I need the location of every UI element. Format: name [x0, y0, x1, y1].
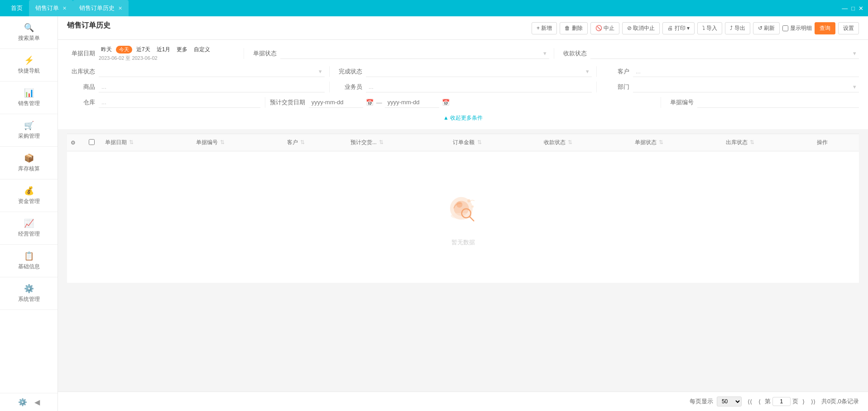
- prev-page-button[interactable]: ⟨: [756, 397, 763, 406]
- tab-sales-order[interactable]: 销售订单 ✕: [29, 0, 73, 16]
- amount-col-header[interactable]: 订单金额 ⇅: [449, 134, 540, 151]
- divider: [554, 48, 554, 59]
- product-dots: ...: [101, 83, 106, 90]
- warehouse-status-select[interactable]: ▾: [99, 66, 325, 77]
- filter-department: 部门 ▾: [601, 82, 859, 92]
- doc-status-sort-icon: ⇅: [659, 139, 663, 145]
- last-page-button[interactable]: ⟩⟩: [809, 397, 818, 406]
- expected-date-col-header[interactable]: 预计交货... ⇅: [347, 134, 449, 151]
- empty-icon: [441, 188, 486, 233]
- doc-status-col-header[interactable]: 单据状态 ⇅: [631, 134, 722, 151]
- new-button[interactable]: + 新增: [532, 22, 557, 34]
- settings-button[interactable]: 设置: [838, 22, 859, 34]
- doc-status-select[interactable]: ▾: [280, 48, 549, 59]
- per-page-label: 每页显示: [690, 397, 713, 406]
- warehouse-status-label: 出库状态: [67, 68, 99, 76]
- date-btn-yesterday[interactable]: 昨天: [99, 45, 114, 54]
- date-col-header[interactable]: 单据日期 ⇅: [101, 134, 192, 151]
- complete-status-select[interactable]: ▾: [366, 66, 592, 77]
- sidebar: 🔍 搜索菜单 ⚡ 快捷导航 📊 销售管理 🛒 采购管理 📦 库存核算 💰 资金管…: [0, 16, 58, 411]
- table-header-row: ⚙ 单据日期 ⇅ 单据编号 ⇅ 客户 ⇅: [67, 134, 859, 151]
- customer-label: 客户: [601, 68, 633, 76]
- maximize-button[interactable]: □: [851, 5, 855, 12]
- warehouse-dots: ...: [101, 99, 106, 106]
- query-button[interactable]: 查询: [815, 22, 835, 34]
- page-title: 销售订单历史: [67, 21, 110, 30]
- first-page-button[interactable]: ⟨⟨: [745, 397, 754, 406]
- date-btn-7days[interactable]: 近7天: [134, 45, 153, 54]
- per-page-select[interactable]: 50 10 20 100: [717, 396, 742, 406]
- display-toggle-checkbox[interactable]: [782, 25, 788, 31]
- collapse-filter-btn[interactable]: ▲ 收起更多条件: [67, 112, 859, 124]
- sales-mgmt-icon: 📊: [24, 88, 34, 98]
- page-label: 第: [765, 397, 771, 406]
- display-toggle[interactable]: 显示明细: [782, 24, 812, 32]
- date-btn-custom[interactable]: 自定义: [192, 45, 212, 54]
- salesperson-field[interactable]: ...: [366, 82, 592, 92]
- sidebar-collapse-icon[interactable]: ◀: [34, 398, 40, 406]
- order-no-col-header[interactable]: 单据编号 ⇅: [192, 134, 283, 151]
- content-area: 销售订单历史 + 新增 🗑 删除 🚫 中止 ⊘ 取消中止 🖨 打印 ▾ ⤵ 导入…: [58, 16, 868, 411]
- sidebar-item-basic-info[interactable]: 📋 基础信息: [0, 245, 58, 277]
- expected-date-col-label: 预计交货...: [350, 139, 377, 145]
- page-input[interactable]: [772, 397, 791, 406]
- import-button[interactable]: ⤵ 导入: [697, 22, 722, 34]
- date-btn-more[interactable]: 更多: [174, 45, 190, 54]
- sidebar-item-operations[interactable]: 📈 经营管理: [0, 212, 58, 245]
- close-sales-order-tab-icon[interactable]: ✕: [62, 5, 67, 11]
- stop-button[interactable]: 🚫 中止: [590, 22, 619, 34]
- sidebar-item-search-menu[interactable]: 🔍 搜索菜单: [0, 16, 58, 49]
- checkbox-col-header[interactable]: [85, 134, 101, 151]
- pagination-bar: 每页显示 50 10 20 100 ⟨⟨ ⟨ 第 页 ⟩ ⟩⟩ 共0页,0条记录: [58, 392, 868, 411]
- sidebar-item-inventory[interactable]: 📦 库存核算: [0, 147, 58, 179]
- close-sales-order-history-tab-icon[interactable]: ✕: [118, 5, 122, 11]
- refresh-button[interactable]: ↺ 刷新: [753, 22, 780, 34]
- minimize-button[interactable]: —: [842, 5, 848, 12]
- expected-date-from[interactable]: [309, 97, 363, 108]
- sidebar-bottom: ⚙️ ◀: [0, 393, 58, 411]
- receipt-status-col-label: 收款状态: [544, 139, 566, 145]
- divider: [596, 66, 597, 77]
- date-btn-1month[interactable]: 近1月: [154, 45, 173, 54]
- basic-info-icon: 📋: [24, 251, 34, 261]
- order-no-sort-icon: ⇅: [220, 139, 225, 145]
- expected-date-to[interactable]: [385, 97, 439, 108]
- order-no-input[interactable]: [697, 97, 859, 108]
- product-field[interactable]: ...: [99, 82, 325, 92]
- sidebar-item-sales-mgmt[interactable]: 📊 销售管理: [0, 82, 58, 114]
- select-all-checkbox[interactable]: [89, 139, 95, 145]
- warehouse-label: 仓库: [67, 98, 99, 106]
- tab-home-label: 首页: [11, 4, 23, 12]
- export-button[interactable]: ⤴ 导出: [725, 22, 750, 34]
- sidebar-item-finance[interactable]: 💰 资金管理: [0, 179, 58, 212]
- filter-product: 商品 ...: [67, 82, 325, 92]
- warehouse-status-col-label: 出库状态: [726, 139, 748, 145]
- customer-field[interactable]: ...: [633, 66, 859, 77]
- sidebar-item-purchase-mgmt[interactable]: 🛒 采购管理: [0, 114, 58, 147]
- warehouse-field[interactable]: ...: [99, 97, 260, 108]
- salesperson-dots: ...: [369, 83, 374, 90]
- receipt-status-col-header[interactable]: 收款状态 ⇅: [540, 134, 631, 151]
- tab-home[interactable]: 首页: [5, 0, 29, 16]
- tab-sales-order-history[interactable]: 销售订单历史 ✕: [73, 0, 129, 16]
- sidebar-item-sys-mgmt[interactable]: ⚙️ 系统管理: [0, 277, 58, 310]
- department-select[interactable]: ▾: [633, 82, 859, 92]
- cancel-stop-button[interactable]: ⊘ 取消中止: [622, 22, 660, 34]
- page-unit: 页: [792, 397, 798, 406]
- filter-salesperson: 业务员 ...: [334, 82, 592, 92]
- customer-col-header[interactable]: 客户 ⇅: [283, 134, 347, 151]
- sidebar-settings-icon[interactable]: ⚙️: [18, 398, 27, 406]
- print-button[interactable]: 🖨 打印 ▾: [662, 22, 695, 34]
- settings-col-header[interactable]: ⚙: [67, 134, 85, 151]
- filter-warehouse: 仓库 ...: [67, 97, 260, 108]
- receipt-status-select[interactable]: ▾: [590, 48, 859, 59]
- divider: [596, 82, 597, 92]
- next-page-button[interactable]: ⟩: [800, 397, 807, 406]
- complete-status-label: 完成状态: [334, 68, 366, 76]
- amount-col-label: 订单金额: [453, 139, 475, 145]
- sidebar-item-quick-nav[interactable]: ⚡ 快捷导航: [0, 49, 58, 82]
- delete-button[interactable]: 🗑 删除: [560, 22, 587, 34]
- warehouse-status-col-header[interactable]: 出库状态 ⇅: [722, 134, 813, 151]
- date-btn-today[interactable]: 今天: [116, 46, 132, 53]
- close-button[interactable]: ✕: [858, 5, 863, 12]
